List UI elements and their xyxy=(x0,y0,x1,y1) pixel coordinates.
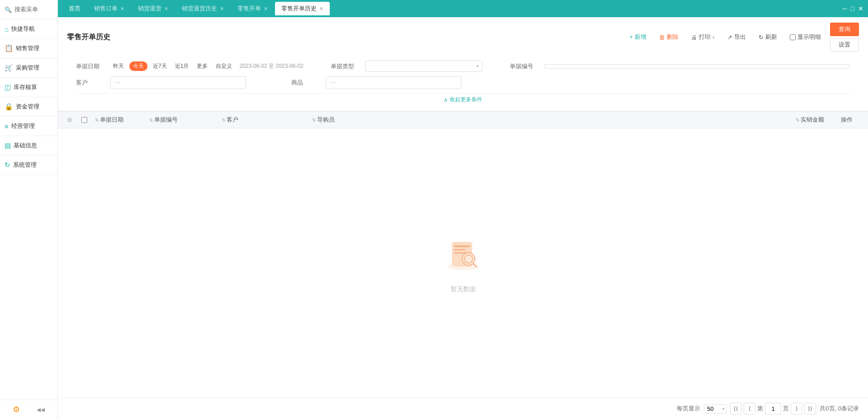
sidebar-item-operations[interactable]: ≡ 经营管理 xyxy=(0,117,57,136)
th-date-label: 单据日期 xyxy=(100,116,123,124)
delete-button[interactable]: 🗑 删除 xyxy=(655,31,682,43)
date-opt-yesterday[interactable]: 昨天 xyxy=(110,61,127,71)
tab-retail-open-close[interactable]: ✕ xyxy=(264,6,268,12)
sort-number-icon[interactable]: ⇅ xyxy=(149,118,153,122)
sort-guide-icon[interactable]: ⇅ xyxy=(312,118,316,122)
th-customer-label: 客户 xyxy=(227,116,238,124)
th-customer: ⇅ 客户 xyxy=(217,112,308,127)
tab-sales-return-close[interactable]: ✕ xyxy=(164,6,168,12)
content-area: 零售开单历史 + 新增 🗑 删除 🖨 打印 ▾ ↗ 导出 xyxy=(58,17,868,419)
page-size-select[interactable]: 10 20 50 100 xyxy=(704,404,726,414)
date-opt-today[interactable]: 今天 xyxy=(129,61,147,71)
settings-icon[interactable]: ⚙ xyxy=(13,405,20,414)
sidebar-item-system-mgmt[interactable]: ↻ 系统管理 xyxy=(0,155,57,175)
tab-sales-order[interactable]: 销售订单 ✕ xyxy=(88,2,131,15)
gear-icon[interactable]: ⚙ xyxy=(67,117,72,123)
sort-date-icon[interactable]: ⇅ xyxy=(95,118,99,122)
svg-rect-2 xyxy=(454,245,470,247)
th-number: ⇅ 单据编号 xyxy=(145,112,217,127)
goods-filter-input[interactable]: ··· xyxy=(326,76,461,89)
number-filter-input[interactable] xyxy=(544,64,850,69)
th-guide: ⇅ 导购员 xyxy=(308,112,362,127)
home-icon: ⌂ xyxy=(5,25,9,33)
page-first-button[interactable]: ⟨⟨ xyxy=(730,403,742,414)
page-header: 零售开单历史 + 新增 🗑 删除 🖨 打印 ▾ ↗ 导出 xyxy=(58,17,868,111)
sidebar-item-label: 快捷导航 xyxy=(11,25,35,33)
tab-maximize-icon[interactable]: □ xyxy=(851,5,854,12)
collapse-row: ∧ 收起更多条件 xyxy=(76,94,850,106)
date-opt-more[interactable]: 更多 xyxy=(194,61,210,71)
display-detail-button[interactable]: 显示明细 xyxy=(786,31,825,43)
tabs-bar: 首页 销售订单 ✕ 销货退货 ✕ 销货退货历史 ✕ 零售开单 ✕ 零售开单历史 … xyxy=(58,0,868,17)
tab-sales-return-history[interactable]: 销货退货历史 ✕ xyxy=(175,2,230,15)
filter-row-customer: 客户 ··· 商品 ··· xyxy=(76,76,850,89)
sidebar-item-label: 经营管理 xyxy=(11,122,35,130)
tab-sales-order-label: 销售订单 xyxy=(94,5,118,13)
empty-state: 暂无数据 xyxy=(58,128,868,398)
sidebar-item-label: 库存核算 xyxy=(14,83,37,91)
setting-button[interactable]: 设置 xyxy=(830,38,859,52)
sidebar-item-label: 采购管理 xyxy=(16,64,39,72)
number-filter-label: 单据编号 xyxy=(510,62,535,71)
display-detail-checkbox[interactable] xyxy=(790,34,796,40)
select-all-checkbox[interactable] xyxy=(81,117,87,123)
tab-home[interactable]: 首页 xyxy=(62,2,87,15)
tab-retail-history[interactable]: 零售开单历史 ✕ xyxy=(275,2,330,15)
sales-icon: 📋 xyxy=(5,44,13,52)
goods-dots: ··· xyxy=(330,79,336,87)
page-total-label: 共0页, 0条记录 xyxy=(820,405,859,413)
date-opt-custom[interactable]: 自定义 xyxy=(213,61,235,71)
filter-row-date: 单据日期 昨天 今天 近7天 近1月 更多 自定义 2023-06-02 至 2… xyxy=(76,61,850,72)
sort-amount-icon[interactable]: ⇅ xyxy=(796,118,799,122)
tab-retail-open-label: 零售开单 xyxy=(237,5,261,13)
sidebar-item-sales-mgmt[interactable]: 📋 销售管理 xyxy=(0,39,57,58)
sidebar: 🔍 搜索采单 ⌂ 快捷导航 📋 销售管理 🛒 采购管理 ◫ 库存核算 🔒 资金管… xyxy=(0,0,58,419)
th-amount: ⇅ 实销金额 xyxy=(791,112,836,127)
tab-sales-return[interactable]: 销货退货 ✕ xyxy=(132,2,175,15)
print-button[interactable]: 🖨 打印 ▾ xyxy=(688,31,718,43)
query-button[interactable]: 查询 xyxy=(830,23,859,36)
page-prev-button[interactable]: ⟨ xyxy=(744,403,755,414)
sidebar-item-inventory[interactable]: ◫ 库存核算 xyxy=(0,78,57,97)
goods-filter-label: 商品 xyxy=(291,79,317,87)
tab-minimize-icon[interactable]: ─ xyxy=(843,5,847,12)
collapse-label: 收起更多条件 xyxy=(450,96,482,104)
date-filter-label: 单据日期 xyxy=(76,62,101,71)
pagination: 每页显示 10 20 50 100 ▾ ⟨⟨ ⟨ 第 页 ⟩ xyxy=(58,398,868,419)
tab-retail-history-label: 零售开单历史 xyxy=(281,5,317,13)
th-checkbox[interactable] xyxy=(77,113,90,127)
th-gear[interactable]: ⚙ xyxy=(62,113,77,127)
sidebar-item-basic-info[interactable]: ▤ 基础信息 xyxy=(0,136,57,155)
add-button[interactable]: + 新增 xyxy=(626,31,650,43)
customer-filter-input[interactable]: ··· xyxy=(110,76,246,89)
tab-sales-order-close[interactable]: ✕ xyxy=(120,6,124,12)
sidebar-search[interactable]: 🔍 搜索采单 xyxy=(0,0,57,19)
collapse-icon[interactable]: ◂◂ xyxy=(37,405,45,414)
date-opt-1month[interactable]: 近1月 xyxy=(172,61,192,71)
operations-icon: ≡ xyxy=(5,122,9,130)
sidebar-item-quick-nav[interactable]: ⌂ 快捷导航 xyxy=(0,19,57,39)
sidebar-item-purchase-mgmt[interactable]: 🛒 采购管理 xyxy=(0,58,57,78)
sidebar-item-finance[interactable]: 🔒 资金管理 xyxy=(0,97,57,117)
page-next-button[interactable]: ⟩ xyxy=(791,403,802,414)
tab-retail-open[interactable]: 零售开单 ✕ xyxy=(231,2,274,15)
tab-sales-return-history-close[interactable]: ✕ xyxy=(220,6,224,12)
page-number-input[interactable] xyxy=(765,403,781,414)
date-options: 昨天 今天 近7天 近1月 更多 自定义 2023-06-02 至 2023-0… xyxy=(110,61,304,71)
table-area: ⚙ ⇅ 单据日期 ⇅ 单据编号 ⇅ 客户 ⇅ xyxy=(58,111,868,419)
sort-customer-icon[interactable]: ⇅ xyxy=(222,118,225,122)
export-button[interactable]: ↗ 导出 xyxy=(724,31,749,43)
sidebar-search-label: 搜索采单 xyxy=(14,5,38,14)
system-icon: ↻ xyxy=(5,161,10,169)
tab-sales-return-history-label: 销货退货历史 xyxy=(182,5,217,13)
refresh-button[interactable]: ↻ 刷新 xyxy=(755,31,781,43)
collapse-button[interactable]: ∧ 收起更多条件 xyxy=(444,96,482,104)
tab-retail-history-close[interactable]: ✕ xyxy=(319,6,323,12)
sidebar-item-label: 基础信息 xyxy=(14,141,37,150)
page-last-button[interactable]: ⟩⟩ xyxy=(804,403,816,414)
date-opt-7days[interactable]: 近7天 xyxy=(150,61,170,71)
type-filter-select[interactable] xyxy=(365,61,483,72)
th-action: 操作 xyxy=(836,112,863,127)
tab-close-all-icon[interactable]: ✕ xyxy=(858,5,863,12)
tabs-right-actions: ─ □ ✕ xyxy=(843,5,863,12)
